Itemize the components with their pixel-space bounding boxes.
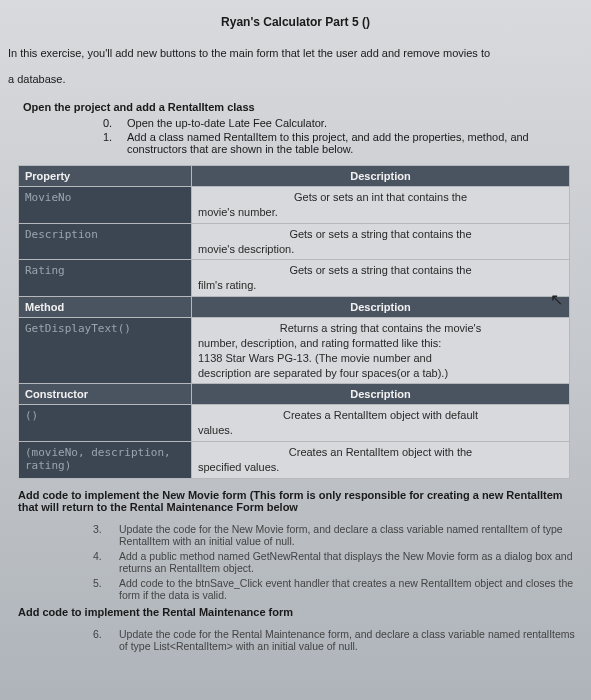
th-description: Description [192, 166, 570, 187]
item-num: 5. [93, 577, 119, 601]
item-text: Update the code for the New Movie form, … [119, 523, 583, 547]
method-name: GetDisplayText() [19, 318, 192, 384]
list-item: 0. Open the up-to-date Late Fee Calculat… [103, 117, 583, 129]
list-item: 5. Add code to the btnSave_Click event h… [93, 577, 583, 601]
list-item: 6. Update the code for the Rental Mainte… [93, 628, 583, 652]
ctor-name: () [19, 405, 192, 442]
class-table: Property Description MovieNo Gets or set… [18, 165, 570, 479]
item-num: 1. [103, 131, 127, 155]
prop-name: Description [19, 223, 192, 260]
th-method-desc: Description [192, 297, 570, 318]
table-row: (movieNo, description, rating) Creates a… [19, 442, 570, 479]
page-title: Ryan's Calculator Part 5 () [8, 15, 583, 29]
table-row: GetDisplayText() Returns a string that c… [19, 318, 570, 384]
prop-name: MovieNo [19, 187, 192, 224]
instructions-rentalmaint: Add code to implement the Rental Mainten… [18, 606, 578, 618]
ctor-desc: Creates a RentalItem object with default… [192, 405, 570, 442]
item-text: Add a public method named GetNewRental t… [119, 550, 583, 574]
ctor-desc: Creates an RentalItem object with the sp… [192, 442, 570, 479]
table-row: Description Gets or sets a string that c… [19, 223, 570, 260]
list-item: 3. Update the code for the New Movie for… [93, 523, 583, 547]
prop-name: Rating [19, 260, 192, 297]
list-item: 4. Add a public method named GetNewRenta… [93, 550, 583, 574]
item-num: 0. [103, 117, 127, 129]
item-text: Open the up-to-date Late Fee Calculator. [127, 117, 583, 129]
item-num: 6. [93, 628, 119, 652]
table-row: MovieNo Gets or sets an int that contain… [19, 187, 570, 224]
list-item: 1. Add a class named RentalItem to this … [103, 131, 583, 155]
prop-desc: Gets or sets a string that contains the … [192, 223, 570, 260]
intro-line-2: a database. [8, 73, 583, 85]
th-method: Method [19, 297, 192, 318]
method-desc: Returns a string that contains the movie… [192, 318, 570, 384]
table-row: Rating Gets or sets a string that contai… [19, 260, 570, 297]
th-constructor: Constructor [19, 384, 192, 405]
item-text: Update the code for the Rental Maintenan… [119, 628, 583, 652]
item-text: Add a class named RentalItem to this pro… [127, 131, 583, 155]
th-constructor-desc: Description [192, 384, 570, 405]
intro-line-1: In this exercise, you'll add new buttons… [8, 47, 583, 59]
table-row: () Creates a RentalItem object with defa… [19, 405, 570, 442]
th-property: Property [19, 166, 192, 187]
item-text: Add code to the btnSave_Click event hand… [119, 577, 583, 601]
instructions-list-1: 3. Update the code for the New Movie for… [93, 523, 583, 601]
prop-desc: Gets or sets a string that contains the … [192, 260, 570, 297]
item-num: 3. [93, 523, 119, 547]
instructions-list-2: 6. Update the code for the Rental Mainte… [93, 628, 583, 652]
section1-list: 0. Open the up-to-date Late Fee Calculat… [103, 117, 583, 155]
section1-heading: Open the project and add a RentalItem cl… [23, 101, 583, 113]
ctor-name: (movieNo, description, rating) [19, 442, 192, 479]
prop-desc: Gets or sets an int that contains the mo… [192, 187, 570, 224]
item-num: 4. [93, 550, 119, 574]
instructions-newmovie: Add code to implement the New Movie form… [18, 489, 578, 513]
